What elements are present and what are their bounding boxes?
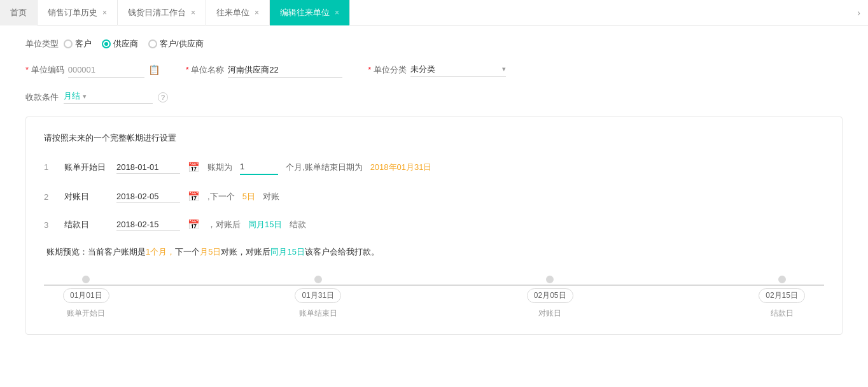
- radio-customer-label: 客户: [75, 38, 92, 50]
- unit-category-value: 未分类: [410, 64, 500, 75]
- row-3-label: 结款日: [64, 219, 109, 230]
- radio-both-label: 客户/供应商: [160, 38, 204, 50]
- unit-code-icon[interactable]: 📋: [148, 64, 160, 76]
- tab-cash-workbench-close[interactable]: ×: [191, 8, 195, 17]
- point-badge-1: 01月31日: [295, 288, 341, 303]
- point-dot-2: [546, 276, 554, 283]
- tab-bar: 首页 销售订单历史 × 钱货日清工作台 × 往来单位 × 编辑往来单位 × ›: [0, 0, 868, 25]
- unit-category-label: 单位分类: [368, 64, 407, 76]
- setting-row-1: 1 账单开始日 📅 账期为 个月,账单结束日期为 2018年01月31日: [44, 159, 824, 175]
- row-2-desc1: ,下一个: [207, 191, 235, 202]
- setting-row-3: 3 结款日 📅 ，对账后 同月15日 结款: [44, 218, 824, 231]
- timeline-wrapper: 01月01日 账单开始日 01月31日 账单结束日 02月05日 对账日 02月…: [44, 276, 824, 319]
- row-3-calendar-icon[interactable]: 📅: [188, 219, 200, 230]
- radio-both-circle: [148, 39, 157, 48]
- tab-home-label: 首页: [10, 7, 27, 18]
- payment-terms-value: 月结: [64, 90, 80, 102]
- timeline-point-2: 02月05日 对账日: [527, 276, 573, 319]
- setting-row-2: 2 对账日 📅 ,下一个 5日 对账: [44, 190, 824, 203]
- unit-name-input[interactable]: [228, 62, 342, 78]
- row-2-num: 2: [44, 192, 57, 202]
- point-badge-0: 01月01日: [63, 288, 109, 303]
- preview-desc2: 下一个: [175, 246, 200, 258]
- point-badge-3: 02月15日: [759, 288, 805, 303]
- point-label-3: 结款日: [771, 308, 794, 319]
- row-2-desc2: 对账: [263, 191, 279, 202]
- tab-edit-partner-close[interactable]: ×: [335, 8, 339, 17]
- tab-edit-partner-label: 编辑往来单位: [280, 7, 330, 18]
- unit-type-row: 单位类型 客户 供应商 客户/供应商: [25, 38, 843, 50]
- tab-cash-workbench-label: 钱货日清工作台: [128, 7, 186, 18]
- tab-partner-units-close[interactable]: ×: [255, 8, 259, 17]
- row-2-label: 对账日: [64, 191, 109, 202]
- tab-edit-partner[interactable]: 编辑往来单位 ×: [270, 0, 350, 25]
- row-1-num: 1: [44, 162, 57, 172]
- row-1-desc-after: 个月,账单结束日期为: [286, 162, 363, 173]
- payment-terms-row: 收款条件 月结 ▾ ?: [25, 90, 843, 104]
- payment-terms-label: 收款条件: [25, 92, 59, 103]
- row-3-day-highlight: 同月15日: [248, 219, 282, 230]
- row-3-desc1: ，对账后: [207, 219, 241, 230]
- row-3-num: 3: [44, 220, 57, 230]
- tab-partner-units[interactable]: 往来单位 ×: [206, 0, 270, 25]
- tab-sales-history[interactable]: 销售订单历史 ×: [38, 0, 118, 25]
- preview-day1: 月5日: [200, 246, 221, 258]
- preview-day2: 同月15日: [270, 246, 304, 258]
- radio-both[interactable]: 客户/供应商: [148, 38, 204, 50]
- radio-customer[interactable]: 客户: [64, 38, 92, 50]
- point-badge-2: 02月05日: [527, 288, 573, 303]
- point-dot-0: [82, 276, 90, 283]
- preview-row: 账期预览：当前客户账期是 1个月， 下一个 月5日 对账，对账后 同月15日 该…: [44, 246, 824, 258]
- preview-months: 1个月，: [146, 246, 175, 258]
- tab-partner-units-label: 往来单位: [216, 7, 249, 18]
- row-3-desc2: 结款: [290, 219, 306, 230]
- unit-type-radio-group: 客户 供应商 客户/供应商: [64, 38, 204, 50]
- point-label-1: 账单结束日: [299, 308, 337, 319]
- point-label-2: 对账日: [538, 308, 561, 319]
- unit-name-group: 单位名称: [186, 62, 343, 78]
- card-title: 请按照未来的一个完整帐期进行设置: [44, 132, 824, 144]
- row-1-date-input[interactable]: [116, 161, 180, 174]
- row-2-date-input[interactable]: [116, 190, 180, 203]
- unit-code-input[interactable]: [68, 62, 144, 78]
- tab-cash-workbench[interactable]: 钱货日清工作台 ×: [118, 0, 206, 25]
- help-icon[interactable]: ?: [158, 92, 168, 102]
- row-1-desc-before: 账期为: [207, 162, 232, 173]
- row-2-day-highlight: 5日: [242, 191, 255, 202]
- payment-terms-chevron: ▾: [83, 92, 87, 101]
- tab-home[interactable]: 首页: [0, 0, 38, 25]
- preview-label: 账期预览：当前客户账期是: [46, 246, 146, 258]
- preview-desc4: 该客户会给我打款。: [305, 246, 379, 258]
- row-1-label: 账单开始日: [64, 162, 109, 173]
- row-3-date-input[interactable]: [116, 218, 180, 231]
- unit-fields-row: 单位编码 📋 单位名称 单位分类 未分类 ▾: [25, 62, 843, 78]
- row-2-calendar-icon[interactable]: 📅: [188, 191, 200, 202]
- tab-sales-history-label: 销售订单历史: [48, 7, 97, 18]
- row-1-calendar-icon[interactable]: 📅: [188, 162, 200, 173]
- timeline-point-0: 01月01日 账单开始日: [63, 276, 109, 319]
- point-dot-1: [314, 276, 322, 283]
- radio-supplier-label: 供应商: [113, 38, 138, 50]
- timeline-point-1: 01月31日 账单结束日: [295, 276, 341, 319]
- radio-supplier-circle: [102, 39, 111, 48]
- setting-card: 请按照未来的一个完整帐期进行设置 1 账单开始日 📅 账期为 个月,账单结束日期…: [25, 116, 843, 335]
- unit-type-label: 单位类型: [25, 38, 59, 50]
- payment-terms-dropdown[interactable]: 月结 ▾: [64, 90, 153, 104]
- tab-sales-history-close[interactable]: ×: [102, 8, 107, 17]
- unit-code-label: 单位编码: [25, 64, 64, 76]
- unit-code-group: 单位编码 📋: [25, 62, 160, 78]
- point-label-0: 账单开始日: [67, 308, 105, 319]
- tab-scroll-arrow[interactable]: ›: [850, 8, 868, 18]
- unit-name-label: 单位名称: [186, 64, 225, 76]
- main-content: 单位类型 客户 供应商 客户/供应商 单位编码 📋 单位名称: [0, 25, 868, 387]
- unit-category-group: 单位分类 未分类 ▾: [368, 64, 506, 77]
- row-1-months-input[interactable]: [240, 159, 278, 175]
- timeline-points: 01月01日 账单开始日 01月31日 账单结束日 02月05日 对账日 02月…: [63, 276, 805, 319]
- unit-category-dropdown[interactable]: 未分类 ▾: [410, 64, 506, 77]
- preview-desc3: 对账，对账后: [221, 246, 270, 258]
- radio-supplier[interactable]: 供应商: [102, 38, 138, 50]
- timeline-point-3: 02月15日 结款日: [759, 276, 805, 319]
- radio-customer-circle: [64, 39, 73, 48]
- row-1-end-date: 2018年01月31日: [370, 162, 432, 173]
- point-dot-3: [778, 276, 786, 283]
